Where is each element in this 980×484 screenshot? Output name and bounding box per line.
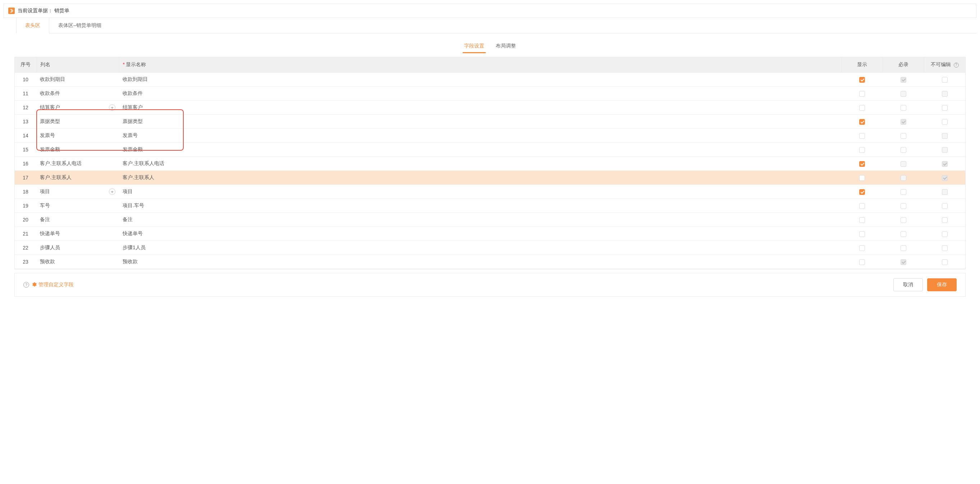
header-bar: 当前设置单据： 销货单 bbox=[3, 3, 977, 18]
checkbox-required[interactable] bbox=[900, 147, 906, 153]
row-seq: 18 bbox=[15, 185, 36, 199]
table-row: 14发票号发票号 bbox=[15, 129, 965, 143]
checkbox-show[interactable] bbox=[859, 189, 865, 195]
sub-tab-1[interactable]: 布局调整 bbox=[494, 40, 517, 53]
table-row: 23预收款预收款 bbox=[15, 255, 965, 269]
footer-right: 取消 保存 bbox=[893, 278, 957, 291]
row-display-name[interactable]: 收款条件 bbox=[119, 87, 841, 101]
row-seq: 21 bbox=[15, 227, 36, 241]
checkbox-show[interactable] bbox=[859, 231, 865, 237]
collapse-button[interactable] bbox=[8, 8, 15, 14]
checkbox-readonly bbox=[942, 161, 948, 167]
question-icon[interactable]: ? bbox=[23, 282, 29, 288]
row-col-name: 预收款 bbox=[36, 255, 119, 269]
row-display-name[interactable]: 收款到期日 bbox=[119, 73, 841, 87]
row-col-name: 票据类型 bbox=[36, 115, 119, 129]
row-seq: 23 bbox=[15, 255, 36, 269]
checkbox-required bbox=[900, 175, 906, 181]
header-readonly: 不可编辑 ? bbox=[924, 57, 965, 73]
checkbox-show[interactable] bbox=[859, 245, 865, 251]
row-seq: 11 bbox=[15, 87, 36, 101]
checkbox-show[interactable] bbox=[859, 147, 865, 153]
row-display-name[interactable]: 预收款 bbox=[119, 255, 841, 269]
row-display-name[interactable]: 项目 bbox=[119, 185, 841, 199]
checkbox-show[interactable] bbox=[859, 133, 865, 139]
checkbox-required[interactable] bbox=[900, 245, 906, 251]
tab-0[interactable]: 表头区 bbox=[16, 18, 49, 33]
tabs: 表头区表体区–销货单明细 bbox=[16, 18, 977, 33]
checkbox-readonly[interactable] bbox=[942, 231, 948, 237]
row-display-name[interactable]: 快递单号 bbox=[119, 227, 841, 241]
header-seq: 序号 bbox=[15, 57, 36, 73]
checkbox-required[interactable] bbox=[900, 217, 906, 223]
checkbox-readonly[interactable] bbox=[942, 259, 948, 265]
checkbox-show[interactable] bbox=[859, 203, 865, 209]
row-seq: 16 bbox=[15, 157, 36, 171]
table-row: 10收款到期日收款到期日 bbox=[15, 73, 965, 87]
row-seq: 22 bbox=[15, 241, 36, 255]
header-col-name: 列名 bbox=[36, 57, 119, 73]
checkbox-required bbox=[900, 259, 906, 265]
checkbox-show[interactable] bbox=[859, 161, 865, 167]
row-seq: 14 bbox=[15, 129, 36, 143]
checkbox-readonly[interactable] bbox=[942, 119, 948, 125]
row-display-name[interactable]: 结算客户 bbox=[119, 101, 841, 115]
checkbox-show[interactable] bbox=[859, 259, 865, 265]
checkbox-required[interactable] bbox=[900, 231, 906, 237]
checkbox-required[interactable] bbox=[900, 203, 906, 209]
checkbox-required[interactable] bbox=[900, 189, 906, 195]
row-display-name[interactable]: 步骤1人员 bbox=[119, 241, 841, 255]
sub-tab-0[interactable]: 字段设置 bbox=[463, 40, 486, 53]
row-display-name[interactable]: 发票金额 bbox=[119, 143, 841, 157]
row-seq: 12 bbox=[15, 101, 36, 115]
checkbox-required bbox=[900, 91, 906, 97]
sub-tabs: 字段设置布局调整 bbox=[3, 33, 977, 53]
checkbox-required bbox=[900, 161, 906, 167]
row-col-name: 客户.主联系人电话 bbox=[36, 157, 119, 171]
checkbox-readonly bbox=[942, 189, 948, 195]
row-seq: 10 bbox=[15, 73, 36, 87]
checkbox-readonly[interactable] bbox=[942, 105, 948, 111]
checkbox-show[interactable] bbox=[859, 175, 865, 181]
checkbox-readonly[interactable] bbox=[942, 245, 948, 251]
footer: ? 管理自定义字段 取消 保存 bbox=[14, 273, 966, 297]
plus-icon[interactable]: + bbox=[109, 188, 115, 195]
help-icon[interactable]: ? bbox=[954, 62, 959, 68]
checkbox-readonly bbox=[942, 175, 948, 181]
row-display-name[interactable]: 票据类型 bbox=[119, 115, 841, 129]
manage-custom-fields-link[interactable]: 管理自定义字段 bbox=[32, 282, 74, 288]
table-row: 12结算客户+结算客户 bbox=[15, 101, 965, 115]
checkbox-readonly[interactable] bbox=[942, 77, 948, 83]
checkbox-show[interactable] bbox=[859, 119, 865, 125]
row-col-name: 结算客户+ bbox=[36, 101, 119, 115]
row-display-name[interactable]: 备注 bbox=[119, 213, 841, 227]
checkbox-readonly[interactable] bbox=[942, 203, 948, 209]
checkbox-readonly[interactable] bbox=[942, 217, 948, 223]
row-col-name: 发票金额 bbox=[36, 143, 119, 157]
row-seq: 17 bbox=[15, 171, 36, 185]
tab-1[interactable]: 表体区–销货单明细 bbox=[49, 18, 110, 33]
required-star-icon: * bbox=[123, 62, 125, 67]
checkbox-required[interactable] bbox=[900, 105, 906, 111]
table-row: 15发票金额发票金额 bbox=[15, 143, 965, 157]
table-row: 22步骤人员步骤1人员 bbox=[15, 241, 965, 255]
row-display-name[interactable]: 客户.主联系人 bbox=[119, 171, 841, 185]
row-display-name[interactable]: 客户.主联系人电话 bbox=[119, 157, 841, 171]
save-button[interactable]: 保存 bbox=[927, 278, 957, 291]
row-col-name: 项目+ bbox=[36, 185, 119, 199]
checkbox-show[interactable] bbox=[859, 77, 865, 83]
row-seq: 19 bbox=[15, 199, 36, 213]
checkbox-readonly bbox=[942, 91, 948, 97]
checkbox-show[interactable] bbox=[859, 91, 865, 97]
row-display-name[interactable]: 项目.车号 bbox=[119, 199, 841, 213]
checkbox-required[interactable] bbox=[900, 133, 906, 139]
row-display-name[interactable]: 发票号 bbox=[119, 129, 841, 143]
table-row: 11收款条件收款条件 bbox=[15, 87, 965, 101]
table-row: 17客户.主联系人客户.主联系人 bbox=[15, 171, 965, 185]
table-row: 19车号项目.车号 bbox=[15, 199, 965, 213]
checkbox-show[interactable] bbox=[859, 217, 865, 223]
checkbox-show[interactable] bbox=[859, 105, 865, 111]
plus-icon[interactable]: + bbox=[109, 104, 115, 111]
cancel-button[interactable]: 取消 bbox=[893, 278, 923, 291]
row-col-name: 车号 bbox=[36, 199, 119, 213]
